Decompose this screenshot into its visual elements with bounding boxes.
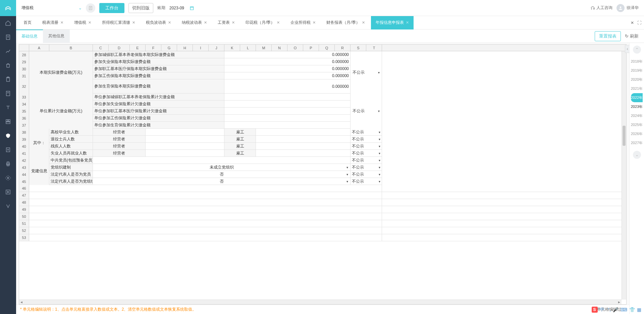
value-cell[interactable]: 0.000000 [224, 72, 351, 79]
export-icon[interactable] [5, 147, 11, 153]
row-header[interactable]: 47 [19, 192, 29, 199]
row-header[interactable]: 34 [19, 101, 29, 108]
scroll-right-icon[interactable]: ► [617, 300, 622, 304]
col-header-M[interactable]: M [256, 45, 272, 51]
bag-icon[interactable] [5, 62, 11, 68]
tax-icon[interactable] [5, 133, 11, 139]
value-select[interactable]: 否▾ [93, 178, 351, 185]
home-icon[interactable] [5, 20, 11, 26]
year-2020年[interactable]: 2020年 [631, 75, 643, 84]
doc-icon[interactable] [5, 34, 11, 40]
col-header-I[interactable]: I [193, 45, 209, 51]
col-header-D[interactable]: D [109, 45, 130, 51]
row-header[interactable]: 31 [19, 72, 29, 79]
year-2024年[interactable]: 2024年 [631, 111, 643, 120]
value-cell[interactable] [224, 108, 351, 114]
clipboard-icon[interactable] [5, 76, 11, 82]
print-icon[interactable] [5, 161, 11, 167]
scroll-thumb[interactable] [623, 126, 626, 146]
select-all-corner[interactable] [19, 45, 29, 51]
row-header[interactable]: 53 [19, 234, 29, 241]
ime-skin-icon[interactable]: 👕 [629, 307, 635, 312]
chart-icon[interactable] [5, 48, 11, 54]
row-header[interactable]: 45 [19, 178, 29, 185]
tab-close-icon[interactable]: ✕ [60, 20, 63, 25]
spreadsheet[interactable]: ABCDEFGHIJKLMNOPQRST 2829303132本期实际缴费金额(… [19, 44, 627, 305]
display-select[interactable]: 不公示▾ [351, 150, 382, 156]
tab-close-icon[interactable]: ✕ [168, 20, 171, 25]
row-header[interactable]: 28 [19, 51, 29, 58]
value-cell[interactable] [224, 115, 351, 121]
user-menu[interactable]: 徐泽华 [616, 4, 639, 12]
calc-icon[interactable] [5, 90, 11, 97]
row-header[interactable]: 49 [19, 206, 29, 213]
row-header[interactable]: 38 [19, 129, 29, 136]
tab-close-icon[interactable]: ✕ [132, 20, 135, 25]
empty-cell[interactable] [29, 227, 382, 234]
scroll-left-icon[interactable]: ◄ [19, 300, 24, 304]
row-header[interactable]: 39 [19, 136, 29, 143]
value-cell[interactable] [146, 143, 224, 149]
tab-close-icon[interactable]: ✕ [277, 20, 280, 25]
horizontal-scrollbar[interactable]: ◄► [19, 300, 622, 304]
display-select[interactable]: 不公示▾ [351, 171, 382, 178]
year-2027年[interactable]: 2027年 [631, 138, 643, 147]
ime-keyboard-icon[interactable]: ⌨ [621, 307, 627, 312]
value-select[interactable]: 否▾ [93, 171, 351, 178]
tab-财务报表（月/季）[interactable]: 财务报表（月/季）✕ [322, 16, 369, 29]
value-cell[interactable]: 0.000000 [224, 51, 351, 58]
col-header-C[interactable]: C [93, 45, 109, 51]
col-header-K[interactable]: K [224, 45, 240, 51]
display-select[interactable]: 不公示▾ [351, 143, 382, 149]
row-header[interactable]: 29 [19, 58, 29, 65]
year-2026年[interactable]: 2026年 [631, 129, 643, 138]
row-header[interactable]: 42 [19, 157, 29, 164]
subtab-other[interactable]: 其他信息 [43, 29, 70, 43]
switch-old-button[interactable]: 切到旧版 [128, 3, 153, 13]
row-header[interactable]: 30 [19, 65, 29, 72]
calendar-icon[interactable] [190, 6, 194, 10]
tab-close-icon[interactable]: ✕ [88, 20, 91, 25]
vertical-scrollbar[interactable] [622, 51, 626, 300]
empty-cell[interactable] [29, 234, 382, 241]
row-header[interactable]: 48 [19, 199, 29, 206]
col-header-P[interactable]: P [303, 45, 319, 51]
ime-grid-icon[interactable]: ▦ [637, 307, 641, 312]
year-2019年[interactable]: 2019年 [631, 66, 643, 75]
tab-close-icon[interactable]: ✕ [362, 20, 365, 25]
row-header[interactable]: 35 [19, 108, 29, 115]
value-cell[interactable]: 0.000000 [224, 58, 351, 65]
ime-punct-icon[interactable]: °, [606, 307, 611, 312]
col-header-Q[interactable]: Q [319, 45, 335, 51]
display-select[interactable]: 不公示▾ [351, 164, 382, 171]
col-header-F[interactable]: F [146, 45, 161, 51]
row-header[interactable]: 43 [19, 164, 29, 171]
tab-close-icon[interactable]: ✕ [406, 20, 409, 25]
row-header[interactable]: 32 [19, 79, 29, 93]
display-select[interactable]: 不公示▾ [351, 136, 382, 142]
row-header[interactable]: 37 [19, 122, 29, 129]
empty-cell[interactable] [29, 213, 382, 220]
year-2023年[interactable]: 2023年 [631, 102, 643, 111]
tab-增值税[interactable]: 增值税✕ [69, 16, 96, 29]
year-down-icon[interactable]: ⌄ [633, 151, 641, 159]
col-header-G[interactable]: G [161, 45, 177, 51]
row-header[interactable]: 46 [19, 185, 29, 192]
year-2025年[interactable]: 2025年 [631, 120, 643, 129]
value-cell[interactable] [256, 129, 351, 135]
year-up-icon[interactable]: ⌃ [633, 46, 641, 54]
collapse-year-icon[interactable]: ‹ [625, 45, 630, 53]
refresh-button[interactable]: ↻刷新 [625, 33, 639, 39]
workspace-button[interactable]: 工作台 [99, 3, 124, 13]
value-cell[interactable] [256, 136, 351, 142]
year-2021年[interactable]: 2021年 [631, 84, 643, 93]
ime-zh-icon[interactable]: 中 [600, 307, 604, 313]
col-header-R[interactable]: R [335, 45, 351, 51]
value-cell[interactable] [146, 136, 224, 142]
subtab-basic[interactable]: 基础信息 [16, 29, 43, 43]
tab-首页[interactable]: 首页 [19, 16, 36, 29]
row-header[interactable]: 50 [19, 213, 29, 220]
row-header[interactable]: 52 [19, 227, 29, 234]
reset-report-button[interactable]: 重置报表 [595, 31, 621, 41]
tab-印花税（月/季）[interactable]: 印花税（月/季）✕ [241, 16, 284, 29]
